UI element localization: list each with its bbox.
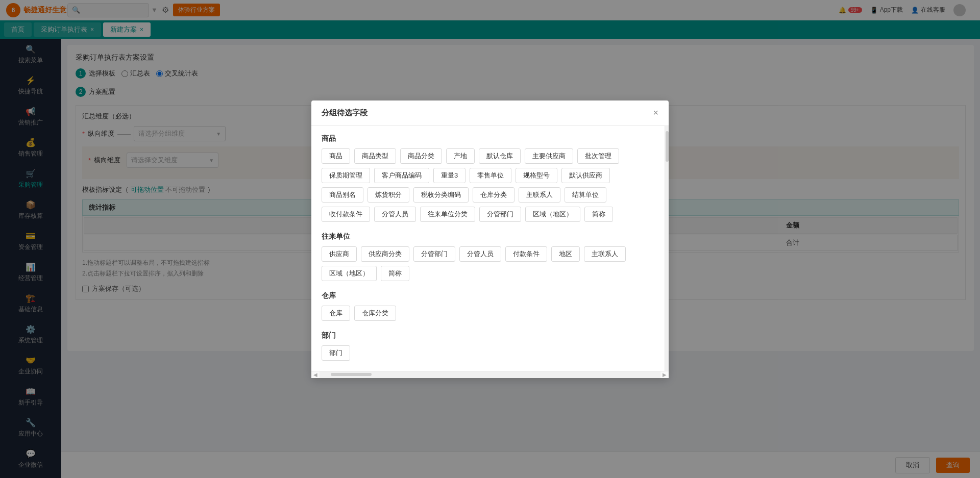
field-tag[interactable]: 产地 [446,148,475,164]
modal-close-button[interactable]: × [653,108,658,118]
field-tag[interactable]: 付款条件 [505,246,547,262]
field-group-dept: 部门 部门 [322,331,654,361]
field-tag[interactable]: 主联系人 [584,246,626,262]
field-tag[interactable]: 简称 [381,266,409,281]
field-tag[interactable]: 区域（地区） [525,207,580,222]
modal-hscrollbar-thumb[interactable] [331,373,372,376]
hscroll-left-icon[interactable]: ◀ [311,372,320,378]
field-tag[interactable]: 规格型号 [516,168,557,183]
modal-body-wrapper: 商品 商品 商品类型 商品分类 产地 默认仓库 主要供应商 批次管理 保质期管理… [311,126,669,371]
field-tag[interactable]: 往来单位分类 [420,207,475,222]
field-group-partners: 往来单位 供应商 供应商分类 分管部门 分管人员 付款条件 地区 主联系人 区域… [322,232,654,281]
group-partners-title: 往来单位 [322,232,654,241]
group-goods-title: 商品 [322,134,654,143]
field-group-warehouse: 仓库 仓库 仓库分类 [322,291,654,321]
group-goods-tags: 商品 商品类型 商品分类 产地 默认仓库 主要供应商 批次管理 保质期管理 客户… [322,148,654,222]
group-partners-tags: 供应商 供应商分类 分管部门 分管人员 付款条件 地区 主联系人 区域（地区） … [322,246,654,281]
modal-overlay: 分组待选字段 × 商品 商品 商品类型 商品分类 产地 默认仓库 主要供应商 批… [0,0,980,478]
modal-title: 分组待选字段 [322,108,368,118]
field-tag[interactable]: 结算单位 [565,187,606,203]
modal-vscrollbar-thumb[interactable] [666,131,669,162]
field-tag[interactable]: 仓库分类 [354,306,396,321]
field-tag[interactable]: 主联系人 [519,187,560,203]
field-tag[interactable]: 批次管理 [577,148,619,164]
field-tag[interactable]: 默认仓库 [479,148,521,164]
group-warehouse-title: 仓库 [322,291,654,300]
field-tag[interactable]: 部门 [322,345,350,361]
field-tag[interactable]: 默认供应商 [561,168,610,183]
group-dept-title: 部门 [322,331,654,340]
modal-vscrollbar[interactable] [665,126,669,371]
group-dept-tags: 部门 [322,345,654,361]
field-tag[interactable]: 保质期管理 [322,168,370,183]
modal-header: 分组待选字段 × [311,100,669,126]
field-tag[interactable]: 仓库分类 [473,187,514,203]
field-tag[interactable]: 商品分类 [400,148,442,164]
field-tag[interactable]: 仓库 [322,306,350,321]
field-tag[interactable]: 商品别名 [322,187,363,203]
hscroll-right-icon[interactable]: ▶ [660,372,669,378]
field-tag[interactable]: 客户商品编码 [374,168,429,183]
field-tag[interactable]: 主要供应商 [525,148,573,164]
field-tag[interactable]: 分管部门 [479,207,521,222]
modal: 分组待选字段 × 商品 商品 商品类型 商品分类 产地 默认仓库 主要供应商 批… [311,100,669,378]
field-tag[interactable]: 地区 [551,246,580,262]
field-tag[interactable]: 区域（地区） [322,266,377,281]
field-tag[interactable]: 零售单位 [470,168,511,183]
field-tag[interactable]: 分管人员 [459,246,501,262]
field-tag[interactable]: 简称 [584,207,613,222]
field-tag[interactable]: 分管部门 [413,246,455,262]
field-tag[interactable]: 商品类型 [354,148,396,164]
modal-hscrollbar[interactable] [320,371,660,378]
modal-hscrollbar-area: ◀ ▶ [311,371,669,378]
field-tag[interactable]: 重量3 [433,168,465,183]
field-tag[interactable]: 分管人员 [374,207,416,222]
field-tag[interactable]: 供应商 [322,246,357,262]
field-tag[interactable]: 税收分类编码 [413,187,469,203]
modal-scroll-content: 商品 商品 商品类型 商品分类 产地 默认仓库 主要供应商 批次管理 保质期管理… [311,126,665,371]
field-tag[interactable]: 炼货积分 [368,187,409,203]
field-tag[interactable]: 商品 [322,148,350,164]
field-tag[interactable]: 供应商分类 [361,246,409,262]
group-warehouse-tags: 仓库 仓库分类 [322,306,654,321]
field-group-goods: 商品 商品 商品类型 商品分类 产地 默认仓库 主要供应商 批次管理 保质期管理… [322,134,654,222]
field-tag[interactable]: 收付款条件 [322,207,370,222]
